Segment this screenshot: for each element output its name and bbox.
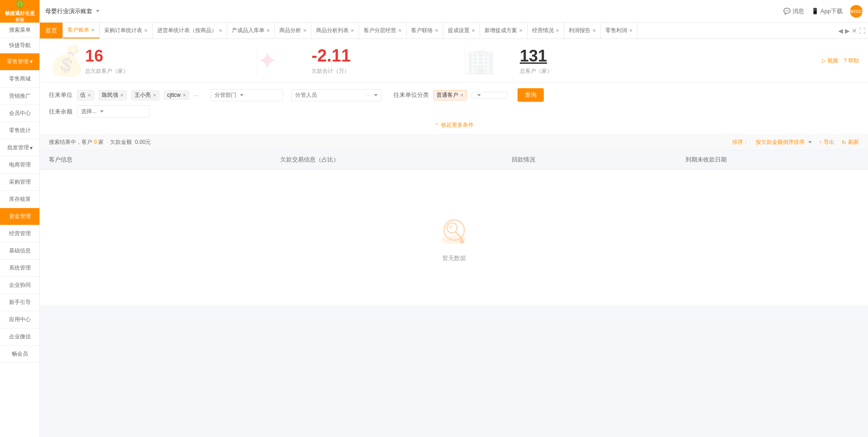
- help-label: 帮助: [848, 57, 859, 65]
- sidebar-item-wholesale[interactable]: 批发管理 ▾: [0, 139, 39, 157]
- tab-profit-report[interactable]: 利润报告 ✕: [564, 23, 601, 38]
- quick-nav[interactable]: 快捷导航: [0, 38, 39, 53]
- help-button[interactable]: ? 帮助: [844, 57, 859, 65]
- query-button[interactable]: 查询: [518, 88, 544, 102]
- tab-label: 经营情况: [532, 27, 554, 34]
- account-selector[interactable]: 母婴行业演示账套: [45, 7, 100, 15]
- sidebar-item-purchase[interactable]: 采购管理: [0, 174, 39, 191]
- phone-icon: 📱: [811, 8, 819, 14]
- tab-expand-icon[interactable]: ⛶: [859, 27, 865, 34]
- tag-close-chen[interactable]: ✕: [120, 93, 124, 98]
- sidebar-item-retail-shop[interactable]: 零售商城: [0, 71, 39, 88]
- tab-customer-debt[interactable]: 客户账本 ✕: [63, 23, 100, 38]
- logo-sub: 标版: [15, 17, 24, 23]
- person-clear-icon[interactable]: ···: [366, 92, 370, 98]
- tab-label: 采购订单统计表: [104, 27, 142, 34]
- tab-close-icon[interactable]: ✕: [350, 28, 354, 33]
- tag-close-category[interactable]: ✕: [460, 93, 464, 98]
- sidebar-item-member-plus[interactable]: 畅会员: [0, 346, 39, 363]
- sidebar-item-finance[interactable]: 资金管理: [0, 208, 39, 225]
- sidebar-item-label: 新手引导: [9, 299, 31, 305]
- sidebar-item-member-center[interactable]: 会员中心: [0, 105, 39, 122]
- tab-close-icon[interactable]: ✕: [592, 28, 596, 33]
- tab-close-icon[interactable]: ✕: [303, 28, 307, 33]
- sidebar-search[interactable]: 搜索菜单: [0, 23, 39, 38]
- sidebar-item-label: 电商管理: [9, 162, 31, 168]
- tab-close-icon[interactable]: ✕: [471, 28, 475, 33]
- balance-filter[interactable]: 选择...: [77, 105, 149, 118]
- refresh-button[interactable]: ↻ 刷新: [842, 138, 859, 146]
- tab-product-cost[interactable]: 产成品入库单 ✕: [227, 23, 275, 38]
- tab-goods-analysis[interactable]: 商品分析 ✕: [275, 23, 312, 38]
- export-button[interactable]: ↑ 导出: [819, 138, 834, 146]
- tab-operation-status[interactable]: 经营情况 ✕: [528, 23, 564, 38]
- sidebar-item-operation[interactable]: 经营管理: [0, 225, 39, 242]
- sidebar-item-app-center[interactable]: 应用中心: [0, 311, 39, 328]
- tab-close-icon[interactable]: ✕: [219, 28, 222, 33]
- table-header: 客户信息 欠款交易信息（占比） 回款情况 到期未收款日期: [40, 150, 868, 170]
- sidebar-item-inventory[interactable]: 库存核算: [0, 191, 39, 208]
- message-button[interactable]: 💬 消息: [783, 7, 804, 15]
- collapse-button[interactable]: ⌃ 收起更多条件: [49, 121, 859, 129]
- tab-close-all-icon[interactable]: ✕: [852, 27, 857, 34]
- tab-close-icon[interactable]: ✕: [91, 28, 95, 33]
- stat-debt-content: -2.11 欠款合计（万）: [312, 46, 351, 75]
- tab-close-icon[interactable]: ✕: [556, 28, 559, 33]
- tab-close-icon[interactable]: ✕: [144, 28, 148, 33]
- tab-close-icon[interactable]: ✕: [519, 28, 523, 33]
- tag-close-wang[interactable]: ✕: [153, 93, 156, 98]
- sidebar-item-label: 系统管理: [9, 265, 31, 271]
- tab-next-icon[interactable]: ▶: [845, 27, 850, 34]
- tab-label: 利润报告: [569, 27, 590, 34]
- debt-value: 0.00元: [135, 139, 151, 145]
- sidebar-item-label: 采购管理: [9, 179, 31, 185]
- debt-label: 欠款金额: [110, 139, 132, 145]
- sidebar-item-label: 企业微信: [9, 333, 31, 340]
- app-download-button[interactable]: 📱 App下载: [811, 7, 843, 15]
- tab-retail-profit[interactable]: 零售利润 ✕: [601, 23, 638, 38]
- tab-purchase-order[interactable]: 采购订单统计表 ✕: [100, 23, 153, 38]
- tag-close-wu[interactable]: ✕: [87, 93, 91, 98]
- category-tag-text: 普通客户: [436, 91, 458, 99]
- dept-placeholder: 分管部门: [215, 91, 236, 99]
- sidebar-item-basic-info[interactable]: 基础信息: [0, 242, 39, 260]
- tab-close-icon[interactable]: ✕: [266, 28, 270, 33]
- sidebar-item-retail-stats[interactable]: 零售统计: [0, 122, 39, 139]
- tag-text: 王小亮: [134, 91, 151, 99]
- tab-close-icon[interactable]: ✕: [435, 28, 438, 33]
- unit-filter-label: 往来单位: [49, 91, 72, 99]
- sidebar-item-retail-mgmt[interactable]: 零售管理 ▾: [0, 53, 39, 71]
- dept-filter[interactable]: 分管部门: [211, 89, 283, 101]
- sidebar-item-system[interactable]: 系统管理: [0, 260, 39, 277]
- video-button[interactable]: ▷ 视频: [822, 57, 838, 65]
- search-menu-label: 搜索菜单: [0, 26, 39, 34]
- tag-close-cjttcw[interactable]: ✕: [182, 93, 186, 98]
- person-filter[interactable]: 分管人员 ···: [291, 89, 382, 101]
- tab-new-promotion[interactable]: 新增提成方案 ✕: [480, 23, 528, 38]
- tab-promotion-settings[interactable]: 提成设置 ✕: [443, 23, 480, 38]
- tab-prev-icon[interactable]: ◀: [838, 27, 843, 34]
- app-logo: 🍀 畅捷通好生意 标版: [0, 0, 39, 23]
- sidebar-item-enterprise-coop[interactable]: 企业协同: [0, 277, 39, 294]
- sidebar-item-enterprise-wechat[interactable]: 企业微信: [0, 328, 39, 346]
- help-icon: ?: [844, 57, 847, 64]
- sidebar-item-label: 应用中心: [9, 316, 31, 323]
- tab-customer-segment[interactable]: 客户分层经营 ✕: [359, 23, 407, 38]
- tab-customer-contact[interactable]: 客户联络 ✕: [407, 23, 443, 38]
- tab-home[interactable]: 首页: [40, 23, 63, 38]
- tab-goods-list[interactable]: 商品分析列表 ✕: [312, 23, 359, 38]
- category-dropdown[interactable]: [471, 92, 508, 99]
- sidebar-item-beginner[interactable]: 新手引导: [0, 294, 39, 311]
- sidebar-item-marketing[interactable]: 营销推广: [0, 88, 39, 105]
- tab-close-icon[interactable]: ✕: [398, 28, 402, 33]
- tab-label: 零售利润: [605, 27, 627, 34]
- sort-arrow: [808, 141, 812, 143]
- tab-inbound-stat[interactable]: 进货单统计表（按商品） ✕: [153, 23, 227, 38]
- tag-more[interactable]: ···: [194, 92, 199, 99]
- sidebar-item-ecommerce[interactable]: 电商管理: [0, 157, 39, 174]
- user-avatar[interactable]: demo2: [850, 5, 863, 18]
- col-debt-info: 欠款交易信息（占比）: [280, 156, 512, 164]
- query-button-label: 查询: [525, 91, 537, 98]
- sort-dropdown[interactable]: 按欠款金额倒序排序: [756, 138, 812, 146]
- tab-close-icon[interactable]: ✕: [629, 28, 633, 33]
